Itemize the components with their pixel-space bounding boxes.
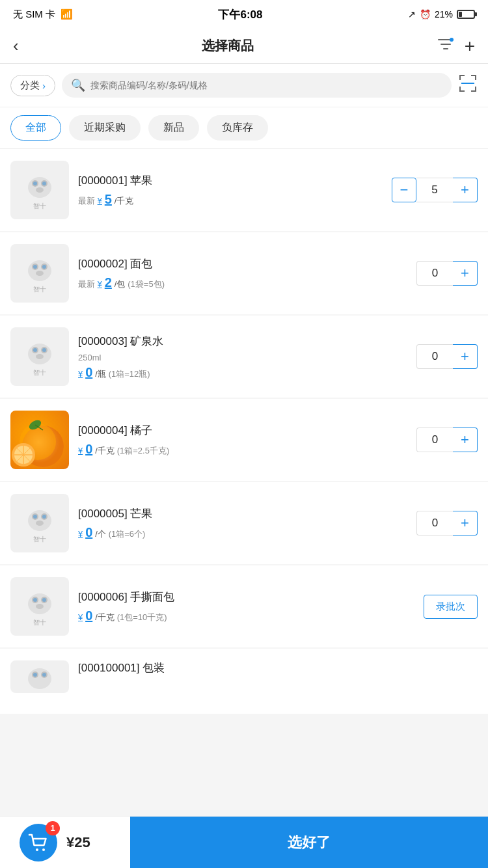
page-title: 选择商品 — [202, 37, 254, 55]
product-image-000100001 — [10, 660, 69, 693]
product-info-0000001: [0000001] 苹果 最新 ¥ 5 /千克 — [78, 173, 385, 207]
product-spec: 250ml — [78, 353, 410, 362]
cart-badge: 1 — [46, 821, 60, 835]
search-icon: 🔍 — [71, 78, 85, 92]
product-name: [000100001] 包装 — [78, 660, 478, 675]
location-icon: ↗ — [408, 9, 416, 20]
quantity-input[interactable] — [416, 261, 453, 286]
carrier-text: 无 SIM 卡 — [13, 8, 55, 21]
product-price: ¥ 0 /个 (1箱=6个) — [78, 525, 410, 540]
quantity-decrease-button[interactable]: − — [392, 178, 416, 202]
nav-left: ‹ — [13, 36, 19, 56]
svg-rect-12 — [461, 83, 474, 84]
svg-point-23 — [42, 265, 46, 269]
quantity-control-0000001: − + — [392, 178, 478, 202]
confirm-button[interactable]: 选好了 — [130, 817, 488, 869]
product-image-0000003: 智十 — [10, 327, 69, 386]
filter-icon[interactable] — [437, 37, 454, 55]
svg-point-53 — [36, 604, 44, 609]
svg-point-18 — [36, 187, 44, 193]
svg-point-3 — [450, 38, 454, 42]
battery-icon — [457, 10, 475, 19]
list-item: [0000004] 橘子 ¥ 0 /千克 (1箱=2.5千克) + — [0, 399, 488, 481]
product-info-0000002: [0000002] 面包 最新 ¥ 2 /包 (1袋=5包) — [78, 256, 410, 290]
list-item: 智十 [0000002] 面包 最新 ¥ 2 /包 (1袋=5包) + — [0, 232, 488, 314]
category-arrow-icon: › — [42, 80, 46, 91]
search-box: 🔍 — [62, 73, 452, 98]
product-price: 最新 ¥ 5 /千克 — [78, 192, 385, 207]
wifi-icon: 📶 — [61, 8, 73, 20]
cart-area: 1 ¥25 — [0, 824, 130, 861]
quantity-input[interactable] — [416, 427, 453, 452]
back-button[interactable]: ‹ — [13, 36, 19, 56]
product-name: [0000005] 芒果 — [78, 506, 410, 521]
product-name: [0000003] 矿泉水 — [78, 334, 410, 349]
svg-point-24 — [36, 271, 44, 276]
category-button[interactable]: 分类 › — [10, 75, 55, 96]
batch-button[interactable]: 录批次 — [424, 595, 478, 619]
svg-point-52 — [42, 598, 46, 602]
search-input[interactable] — [90, 80, 442, 90]
product-info-0000003: [0000003] 矿泉水 250ml ¥ 0 /瓶 (1箱=12瓶) — [78, 334, 410, 380]
svg-point-51 — [33, 598, 37, 602]
product-price: ¥ 0 /千克 (1箱=2.5千克) — [78, 442, 410, 457]
list-item: 智十 [0000001] 苹果 最新 ¥ 5 /千克 − + — [0, 149, 488, 231]
tab-new[interactable]: 新品 — [148, 115, 199, 141]
quantity-increase-button[interactable]: + — [453, 344, 478, 369]
cart-button[interactable]: 1 — [20, 824, 57, 861]
product-info-000100001: [000100001] 包装 — [78, 660, 478, 679]
nav-right: + — [437, 36, 475, 57]
scan-icon[interactable] — [458, 74, 478, 97]
product-price: 最新 ¥ 2 /包 (1袋=5包) — [78, 275, 410, 290]
tab-negative[interactable]: 负库存 — [207, 115, 268, 141]
svg-point-17 — [42, 182, 46, 185]
quantity-control-0000003: + — [416, 344, 478, 369]
quantity-input[interactable] — [416, 344, 453, 369]
svg-point-16 — [33, 182, 37, 185]
svg-point-59 — [36, 848, 38, 851]
svg-point-30 — [36, 354, 44, 359]
svg-point-29 — [42, 348, 46, 352]
status-bar: 无 SIM 卡 📶 下午6:08 ↗ ⏰ 21% — [0, 0, 488, 29]
product-name: [0000004] 橘子 — [78, 423, 410, 438]
product-info-0000006: [0000006] 手撕面包 ¥ 0 /千克 (1包=10千克) — [78, 590, 424, 623]
quantity-increase-button[interactable]: + — [453, 511, 478, 536]
tab-all[interactable]: 全部 — [10, 115, 61, 141]
list-item: 智十 [0000003] 矿泉水 250ml ¥ 0 /瓶 (1箱=12瓶) + — [0, 316, 488, 398]
svg-rect-7 — [475, 75, 476, 80]
svg-rect-5 — [459, 75, 461, 80]
list-item: 智十 [0000005] 芒果 ¥ 0 /个 (1箱=6个) + — [0, 482, 488, 564]
quantity-increase-button[interactable]: + — [453, 178, 478, 202]
product-name: [0000002] 面包 — [78, 256, 410, 271]
quantity-increase-button[interactable]: + — [453, 261, 478, 286]
add-icon[interactable]: + — [465, 36, 475, 57]
filter-bar: 分类 › 🔍 — [0, 64, 488, 107]
quantity-increase-button[interactable]: + — [453, 427, 478, 452]
quantity-control-0000005: + — [416, 511, 478, 536]
nav-bar: ‹ 选择商品 + — [0, 29, 488, 64]
tab-recent[interactable]: 近期采购 — [69, 115, 141, 141]
svg-point-58 — [42, 673, 46, 677]
product-price: ¥ 0 /千克 (1包=10千克) — [78, 608, 424, 623]
category-label: 分类 — [20, 79, 40, 92]
svg-point-60 — [42, 848, 45, 851]
product-name: [0000001] 苹果 — [78, 173, 385, 188]
battery-text: 21% — [435, 9, 453, 20]
status-left: 无 SIM 卡 📶 — [13, 8, 73, 21]
quantity-input[interactable] — [416, 511, 453, 536]
product-info-0000004: [0000004] 橘子 ¥ 0 /千克 (1箱=2.5千克) — [78, 423, 410, 457]
tabs-bar: 全部 近期采购 新品 负库存 — [0, 107, 488, 149]
product-info-0000005: [0000005] 芒果 ¥ 0 /个 (1箱=6个) — [78, 506, 410, 540]
svg-point-46 — [42, 515, 46, 519]
quantity-input[interactable] — [416, 178, 453, 202]
product-image-0000004 — [10, 411, 69, 469]
svg-point-47 — [36, 521, 44, 526]
svg-rect-9 — [459, 87, 461, 92]
svg-point-57 — [33, 673, 37, 677]
product-image-0000001: 智十 — [10, 161, 69, 219]
svg-point-28 — [33, 348, 37, 352]
product-image-0000002: 智十 — [10, 244, 69, 303]
list-item: [000100001] 包装 — [0, 649, 488, 714]
quantity-control-0000004: + — [416, 427, 478, 452]
list-item: 智十 [0000006] 手撕面包 ¥ 0 /千克 (1包=10千克) 录批次 — [0, 565, 488, 647]
